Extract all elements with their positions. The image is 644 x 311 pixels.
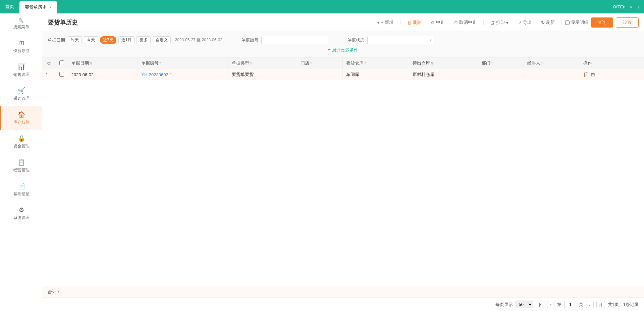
sidebar-item-basic[interactable]: 📄 基础信息 [0, 178, 42, 202]
delete-icon: 🗑 [407, 20, 412, 25]
status-label: 单据状态 [347, 37, 365, 43]
cell-checkbox [56, 69, 68, 80]
stop-button[interactable]: ⊘ 中止 [428, 18, 448, 27]
expand-label: 展开更多条件 [332, 47, 358, 53]
doc-no-label: 单据编号 [241, 37, 259, 43]
query-button[interactable]: 查询 [591, 17, 613, 28]
total-records-label: 共1页，1条记录 [608, 302, 639, 308]
sort-date-icon: ⇅ [90, 61, 92, 65]
pagination: 每页显示 50 100 |‹ ‹ 第 页 › ›| 共1页，1条记录 [42, 298, 644, 311]
cell-doc-type: 要货单要货 [228, 69, 297, 80]
th-settings[interactable]: ⚙ [42, 57, 56, 69]
tab-history[interactable]: 要货单历史 × [19, 1, 57, 13]
divider-3 [561, 20, 562, 25]
print-label: 打印 [496, 19, 505, 26]
cell-store [297, 69, 343, 80]
stop-icon: ⊘ [431, 20, 435, 25]
sidebar-item-system[interactable]: ⚙ 系统管理 [0, 202, 42, 225]
sidebar-item-sales[interactable]: 📊 销售管理 [0, 58, 42, 82]
th-action: 操作 [580, 57, 644, 69]
sidebar-item-quick-nav[interactable]: ⊞ 快捷导航 [0, 35, 42, 58]
sidebar-search[interactable]: 🔍 搜索菜单 [0, 13, 42, 35]
row-checkbox[interactable] [59, 72, 64, 77]
quick-nav-label: 快捷导航 [13, 48, 30, 54]
prev-page-btn[interactable]: ‹ [547, 301, 554, 308]
th-doc-no[interactable]: 单据编号⇅ [138, 57, 228, 69]
sort-type-icon: ⇅ [250, 61, 253, 65]
refresh-label: 刷新 [546, 19, 555, 26]
next-page-btn[interactable]: › [586, 301, 593, 308]
sort-store-icon: ⇅ [310, 61, 313, 65]
cancel-stop-button[interactable]: ⊙ 取消中止 [451, 18, 480, 27]
date-btn-yesterday[interactable]: 昨天 [68, 36, 82, 44]
date-btn-7days[interactable]: 近7天 [100, 36, 116, 44]
sales-icon: 📊 [18, 63, 25, 71]
sidebar-item-purchase[interactable]: 🛒 采购管理 [0, 82, 42, 106]
sidebar-item-operation[interactable]: 📋 经营管理 [0, 154, 42, 178]
export-button[interactable]: ↗ 导出 [515, 18, 535, 27]
cell-pending-warehouse: 原材料仓库 [409, 69, 478, 80]
date-btn-custom[interactable]: 自定义 [153, 36, 171, 44]
page-suffix-label: 页 [579, 302, 583, 308]
copy-icon[interactable]: ⊞ [591, 72, 595, 77]
setting-button[interactable]: 设置 [616, 17, 639, 28]
purchase-label: 采购管理 [13, 96, 30, 101]
window-maximize-icon[interactable]: □ [636, 4, 639, 9]
window-close-icon[interactable]: × [630, 4, 632, 9]
display-detail-checkbox[interactable]: 显示明细 [565, 19, 588, 26]
print-button[interactable]: 🖨 打印 ▾ [487, 18, 512, 27]
tab-home-label: 首页 [5, 4, 14, 10]
sort-handler-icon: ⇅ [541, 61, 544, 65]
page-title: 要货单历史 [48, 18, 78, 27]
date-btn-today[interactable]: 今天 [84, 36, 98, 44]
page-prefix-label: 第 [557, 302, 561, 308]
table-row: 1 2023-06-02 YH-20230602-1 要货单要货 车间库 原材料… [42, 69, 644, 80]
toolbar: + + 新增 🗑 删除 ⊘ 中止 ⊙ 取消中止 🖨 [374, 17, 639, 28]
date-btn-1month[interactable]: 近1月 [118, 36, 135, 44]
per-page-label: 每页显示 [495, 302, 513, 308]
expand-row: ≡ 展开更多条件 [48, 47, 639, 53]
th-date[interactable]: 单据日期⇅ [68, 57, 138, 69]
select-all-checkbox[interactable] [59, 60, 64, 65]
sidebar-item-finance[interactable]: 🔒 资金管理 [0, 130, 42, 154]
page-number-input[interactable] [564, 301, 576, 308]
doc-no-link[interactable]: YH-20230602-1 [141, 72, 172, 77]
finance-label: 资金管理 [13, 143, 30, 149]
first-page-btn[interactable]: |‹ [536, 301, 544, 308]
last-page-btn[interactable]: ›| [596, 301, 605, 308]
doc-no-input[interactable] [261, 36, 328, 44]
close-tab-icon[interactable]: × [49, 5, 52, 10]
filter-row-1: 单据日期 昨天 今天 近7天 近1月 更多 自定义 2023-05-27 至 2… [48, 36, 639, 44]
date-btn-more[interactable]: 更多 [137, 36, 151, 44]
finance-icon: 🔒 [18, 135, 25, 142]
cancel-stop-icon: ⊙ [454, 20, 458, 25]
operation-icon: 📋 [18, 159, 25, 166]
th-req-warehouse[interactable]: 要货仓库⇅ [343, 57, 409, 69]
refresh-button[interactable]: ↻ 刷新 [538, 18, 558, 27]
summary-label: 合计： [48, 289, 61, 295]
per-page-select[interactable]: 50 100 [516, 301, 533, 308]
content-area: 要货单历史 + + 新增 🗑 删除 ⊘ 中止 ⊙ 取消中止 [42, 13, 644, 311]
status-select-wrapper: ▾ [367, 36, 434, 44]
expand-more-btn[interactable]: ≡ 展开更多条件 [328, 47, 358, 53]
cancel-stop-label: 取消中止 [459, 19, 477, 26]
th-pending-warehouse[interactable]: 待出仓库⇅ [409, 57, 478, 69]
delete-label: 删除 [413, 19, 422, 26]
purchase-icon: 🛒 [18, 87, 25, 94]
tab-home[interactable]: 首页 [0, 0, 19, 13]
divider-1 [400, 20, 400, 25]
basic-icon: 📄 [18, 182, 25, 190]
th-doc-type[interactable]: 单据类型⇅ [228, 57, 297, 69]
th-department[interactable]: 部门⇅ [478, 57, 524, 69]
th-store[interactable]: 门店⇅ [297, 57, 343, 69]
table-container: ⚙ 单据日期⇅ 单据编号⇅ 单据类型⇅ 门店⇅ 要货仓库⇅ 待出仓库⇅ 部门⇅ … [42, 57, 644, 286]
edit-icon[interactable]: 📋 [583, 72, 589, 77]
main-layout: 🔍 搜索菜单 ⊞ 快捷导航 📊 销售管理 🛒 采购管理 🏠 库存核算 🔒 资金管… [0, 13, 644, 311]
th-handler[interactable]: 经手人⇅ [524, 57, 580, 69]
display-detail-input[interactable] [565, 20, 570, 25]
status-select[interactable] [367, 36, 434, 44]
sidebar-item-inventory[interactable]: 🏠 库存核算 [0, 106, 42, 130]
delete-button[interactable]: 🗑 删除 [404, 18, 425, 27]
add-button[interactable]: + + 新增 [374, 18, 397, 27]
export-icon: ↗ [518, 20, 522, 25]
